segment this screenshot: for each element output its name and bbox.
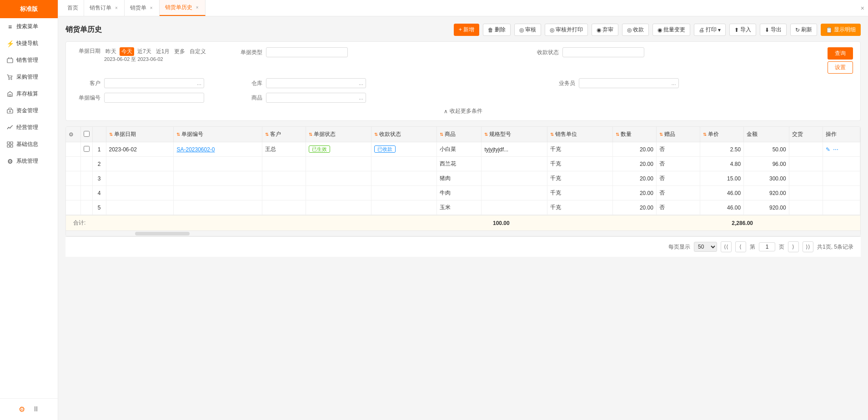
row-doc-no xyxy=(174,157,262,171)
doc-no-input[interactable] xyxy=(104,93,204,103)
doc-type-label: 单据类型 xyxy=(235,49,262,56)
page-unit: 页 xyxy=(779,243,784,251)
horizontal-scrollbar[interactable] xyxy=(66,230,860,236)
row-action-more[interactable]: ⋯ xyxy=(833,146,838,153)
query-button[interactable]: 查询 xyxy=(828,47,853,60)
data-table: ⚙ ⇅ 单据日期 xyxy=(66,127,860,215)
refresh-button[interactable]: ↻ 刷新 xyxy=(790,24,817,36)
sort-doc-no-icon[interactable]: ⇅ xyxy=(176,132,180,137)
sidebar-bottom: ⚙ ⏸ xyxy=(0,398,58,420)
table-settings-icon[interactable]: ⚙ xyxy=(69,131,74,138)
tab-sales-order[interactable]: 销售订单 × xyxy=(84,0,125,16)
sidebar-item-stock-calc[interactable]: 库存核算 xyxy=(0,85,58,102)
date-shortcut-1month[interactable]: 近1月 xyxy=(155,47,171,56)
select-all-checkbox[interactable] xyxy=(84,131,90,137)
sort-qty-icon[interactable]: ⇅ xyxy=(616,132,619,137)
page-first-button[interactable]: ⟨⟨ xyxy=(721,241,732,252)
doc-no-link[interactable]: SA-20230602-0 xyxy=(176,146,215,153)
tab-close-sales-history[interactable]: × xyxy=(195,4,200,11)
tab-close-sales-order[interactable]: × xyxy=(114,5,119,11)
stock-calc-icon xyxy=(6,90,14,98)
sidebar-settings-icon[interactable]: ⚙ xyxy=(19,405,25,414)
tab-home[interactable]: 首页 xyxy=(62,0,84,16)
date-shortcut-yesterday[interactable]: 昨天 xyxy=(104,47,118,56)
abandon-button[interactable]: ◉ 弃审 xyxy=(592,24,618,36)
col-gear: ⚙ xyxy=(66,127,80,142)
sidebar-item-basic-info[interactable]: 基础信息 xyxy=(0,136,58,153)
sort-spec-icon[interactable]: ⇅ xyxy=(484,132,488,137)
row-unit: 千克 xyxy=(547,200,612,215)
tab-close-sales-goods[interactable]: × xyxy=(149,5,154,11)
sort-gift-icon[interactable]: ⇅ xyxy=(659,132,663,137)
sidebar-item-biz-mgmt[interactable]: 经营管理 xyxy=(0,119,58,136)
audit-print-button[interactable]: ◎ 审核并打印 xyxy=(545,24,588,36)
row-qty: 20.00 xyxy=(612,157,656,171)
staff-input[interactable] xyxy=(579,78,679,88)
main-area: 首页 销售订单 × 销货单 × 销货单历史 × × 销货单历史 + 新增 🗑 删… xyxy=(58,0,868,420)
customer-dots[interactable]: ... xyxy=(197,80,201,86)
page-number-input[interactable] xyxy=(759,242,775,251)
date-shortcut-today[interactable]: 今天 xyxy=(120,47,134,56)
new-button[interactable]: + 新增 xyxy=(454,24,479,36)
page-next-button[interactable]: ⟩ xyxy=(788,241,799,252)
doc-type-select[interactable] xyxy=(266,47,348,57)
col-amount: 金额 xyxy=(744,127,789,142)
date-shortcut-custom[interactable]: 自定义 xyxy=(188,47,207,56)
col-num xyxy=(92,127,106,142)
warehouse-input[interactable] xyxy=(266,78,366,88)
delete-button[interactable]: 🗑 删除 xyxy=(483,24,511,36)
total-label: 合计: xyxy=(73,219,100,227)
sort-date-icon[interactable]: ⇅ xyxy=(109,132,113,137)
sort-unit-price-icon[interactable]: ⇅ xyxy=(703,132,707,137)
row-amount: 96.00 xyxy=(744,157,789,171)
collapse-button[interactable]: ∧ 收起更多条件 xyxy=(73,105,853,115)
sys-mgmt-icon: ⚙ xyxy=(6,158,14,165)
page-prev-button[interactable]: ⟨ xyxy=(735,241,746,252)
row-action-edit[interactable]: ✎ xyxy=(826,146,830,153)
audit-button[interactable]: ◎ 审核 xyxy=(514,24,541,36)
page-last-button[interactable]: ⟩⟩ xyxy=(803,241,813,252)
scrollbar-thumb[interactable] xyxy=(135,232,190,235)
batch-change-button[interactable]: ◉ 批量变更 xyxy=(652,24,690,36)
sidebar-item-quick-nav[interactable]: ⚡ 快捷导航 xyxy=(0,35,58,52)
row-select-checkbox[interactable] xyxy=(84,146,90,152)
goods-input[interactable] xyxy=(266,93,366,103)
tab-bar-close-all[interactable]: × xyxy=(861,5,864,12)
sidebar-collapse-icon[interactable]: ⏸ xyxy=(32,405,40,414)
sort-collect-status-icon[interactable]: ⇅ xyxy=(374,132,378,137)
staff-dots[interactable]: ... xyxy=(671,80,676,86)
sort-goods-icon[interactable]: ⇅ xyxy=(440,132,443,137)
sales-mgmt-icon xyxy=(6,57,14,64)
sidebar-item-sys-mgmt[interactable]: ⚙ 系统管理 xyxy=(0,153,58,170)
collect-icon: ◎ xyxy=(627,27,632,33)
import-button[interactable]: ⬆ 导入 xyxy=(729,24,756,36)
sidebar-item-purchase-mgmt[interactable]: 采购管理 xyxy=(0,69,58,85)
show-detail-button[interactable]: 📋 显示明细 xyxy=(821,24,861,36)
sidebar-item-fund-mgmt[interactable]: 资金管理 xyxy=(0,102,58,119)
refresh-icon: ↻ xyxy=(795,27,800,33)
goods-dots[interactable]: ... xyxy=(359,95,363,101)
sidebar-item-sales-mgmt[interactable]: 销售管理 xyxy=(0,52,58,69)
doc-status-badge: 已生效 xyxy=(309,145,330,153)
tab-sales-history[interactable]: 销货单历史 × xyxy=(160,0,206,16)
sidebar-item-search-menu[interactable]: ≡ 搜索菜单 xyxy=(0,18,58,35)
date-shortcut-more[interactable]: 更多 xyxy=(173,47,186,56)
sort-doc-status-icon[interactable]: ⇅ xyxy=(309,132,312,137)
settings-button[interactable]: 设置 xyxy=(828,61,853,74)
total-qty: 100.00 xyxy=(493,220,510,226)
collect-status-select[interactable] xyxy=(562,47,644,57)
print-button[interactable]: 🖨 打印 ▾ xyxy=(694,24,726,36)
row-customer xyxy=(262,157,306,171)
row-num: 5 xyxy=(92,200,106,215)
row-unit-price: 4.80 xyxy=(700,157,744,171)
warehouse-dots[interactable]: ... xyxy=(359,80,363,86)
tab-sales-goods[interactable]: 销货单 × xyxy=(125,0,160,16)
sort-unit-icon[interactable]: ⇅ xyxy=(550,132,554,137)
per-page-select[interactable]: 50 100 200 xyxy=(694,242,717,252)
row-gear xyxy=(66,186,80,200)
sort-customer-icon[interactable]: ⇅ xyxy=(265,132,269,137)
customer-input[interactable] xyxy=(104,78,204,88)
export-button[interactable]: ⬇ 导出 xyxy=(760,24,787,36)
collect-button[interactable]: ◎ 收款 xyxy=(622,24,649,36)
date-shortcut-7days[interactable]: 近7天 xyxy=(136,47,153,56)
